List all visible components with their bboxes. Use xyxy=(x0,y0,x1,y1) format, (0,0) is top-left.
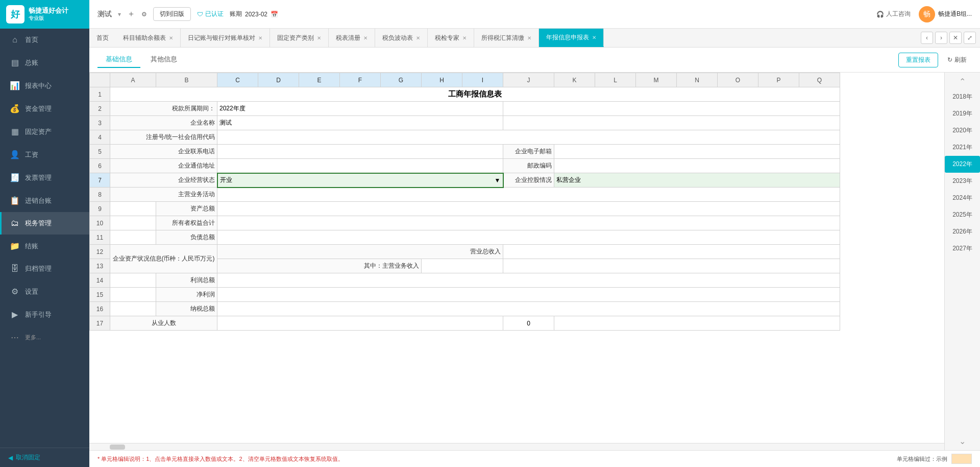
tab-tax-table[interactable]: 税表清册 ✕ xyxy=(329,29,375,47)
col-header-C[interactable]: C xyxy=(217,73,258,87)
sidebar-item-finance[interactable]: 💰 资金管理 xyxy=(0,97,89,120)
calendar-icon[interactable]: 📅 xyxy=(271,11,278,18)
year-item-2022[interactable]: 2022年 xyxy=(945,156,980,173)
tab-tax-fluctuation[interactable]: 税负波动表 ✕ xyxy=(375,29,428,47)
topbar-add-icon[interactable]: ＋ xyxy=(127,9,135,19)
cell-6-C[interactable] xyxy=(217,159,503,173)
tab-tax-expert[interactable]: 税检专家 ✕ xyxy=(428,29,474,47)
year-item-2026[interactable]: 2026年 xyxy=(945,223,980,240)
col-header-F[interactable]: F xyxy=(340,73,381,87)
sidebar-item-reports[interactable]: 📊 报表中心 xyxy=(0,74,89,97)
sidebar-item-salary[interactable]: 👤 工资 xyxy=(0,143,89,166)
col-header-M[interactable]: M xyxy=(636,73,677,87)
sidebar-item-settings[interactable]: ⚙ 设置 xyxy=(0,280,89,303)
year-item-2019[interactable]: 2019年 xyxy=(945,105,980,122)
tab-close-icon[interactable]: ✕ xyxy=(592,35,596,40)
col-header-I[interactable]: I xyxy=(462,73,503,87)
tab-home[interactable]: 首页 xyxy=(89,30,116,46)
sidebar-item-invoice[interactable]: 🧾 发票管理 xyxy=(0,166,89,189)
cell-13-C[interactable]: 其中：主营业务收入 xyxy=(217,259,422,273)
cell-2-C[interactable]: 2022年度 xyxy=(217,102,503,116)
user-menu[interactable]: 畅 畅捷通B组... xyxy=(919,6,972,22)
reset-report-button[interactable]: 重置报表 xyxy=(898,53,938,67)
col-header-O[interactable]: O xyxy=(718,73,758,87)
cell-13-J[interactable] xyxy=(503,259,840,273)
sidebar-item-tax[interactable]: 🗂 税务管理 xyxy=(0,212,89,235)
col-header-A[interactable]: A xyxy=(110,73,156,87)
dropdown-arrow-icon[interactable]: ▼ xyxy=(495,177,501,184)
col-header-E[interactable]: E xyxy=(299,73,340,87)
horizontal-scrollbar[interactable] xyxy=(89,443,944,450)
year-item-2024[interactable]: 2024年 xyxy=(945,190,980,206)
tab-journal[interactable]: 日记账与银行对账单核对 ✕ xyxy=(181,29,270,47)
cell-12-J[interactable] xyxy=(503,245,840,259)
cell-16-C[interactable] xyxy=(217,302,840,316)
cell-8-A[interactable]: 主营业务活动 xyxy=(110,188,217,202)
sidebar-item-home[interactable]: ⌂ 首页 xyxy=(0,29,89,51)
cell-11-C[interactable] xyxy=(217,230,840,245)
tab-auxiliary[interactable]: 科目辅助余额表 ✕ xyxy=(116,29,181,47)
year-item-2021[interactable]: 2021年 xyxy=(945,139,980,156)
cell-17-C[interactable] xyxy=(217,316,503,331)
cell-5-A[interactable]: 企业联系电话 xyxy=(110,145,217,159)
tab-close-icon[interactable]: ✕ xyxy=(258,35,262,41)
tab-close-icon[interactable]: ✕ xyxy=(169,35,173,41)
support-button[interactable]: 🎧 人工咨询 xyxy=(876,10,911,18)
col-header-K[interactable]: K xyxy=(554,73,595,87)
year-panel-down-icon[interactable]: ⌄ xyxy=(959,436,966,446)
year-item-2027[interactable]: 2027年 xyxy=(945,240,980,257)
sidebar-item-assets[interactable]: ▦ 固定资产 xyxy=(0,120,89,143)
cell-17-J[interactable]: 0 xyxy=(503,316,554,331)
col-header-Q[interactable]: Q xyxy=(799,73,840,87)
sidebar-item-purchase[interactable]: 📋 进销台账 xyxy=(0,189,89,212)
col-header-B[interactable]: B xyxy=(156,73,217,87)
tab-next-btn[interactable]: › xyxy=(935,32,947,44)
tab-fixed-assets[interactable]: 固定资产类别 ✕ xyxy=(270,29,329,47)
year-item-2018[interactable]: 2018年 xyxy=(945,88,980,105)
year-item-2023[interactable]: 2023年 xyxy=(945,173,980,190)
sub-tab-other[interactable]: 其他信息 xyxy=(142,52,185,68)
sidebar-item-close[interactable]: 📁 结账 xyxy=(0,235,89,258)
col-header-L[interactable]: L xyxy=(595,73,636,87)
sidebar-item-extra[interactable]: ⋯ 更多... xyxy=(0,326,89,349)
refresh-button[interactable]: ↻ 刷新 xyxy=(942,53,972,67)
col-header-P[interactable]: P xyxy=(758,73,799,87)
col-header-J[interactable]: J xyxy=(503,73,554,87)
tab-close-icon[interactable]: ✕ xyxy=(416,35,420,41)
cell-5-C[interactable] xyxy=(217,145,503,159)
sidebar-item-archive[interactable]: 🗄 归档管理 xyxy=(0,258,89,280)
cell-16-B[interactable]: 纳税总额 xyxy=(156,302,217,316)
col-header-H[interactable]: H xyxy=(422,73,462,87)
tab-income-tax[interactable]: 所得税汇算清缴 ✕ xyxy=(474,29,539,47)
col-header-D[interactable]: D xyxy=(258,73,299,87)
cell-6-J[interactable]: 邮政编码 xyxy=(503,159,554,173)
year-item-2025[interactable]: 2025年 xyxy=(945,206,980,223)
cell-7-K[interactable]: 私营企业 xyxy=(554,173,840,188)
cell-5-K[interactable] xyxy=(554,145,840,159)
cell-13-H[interactable] xyxy=(422,259,503,273)
year-item-2020[interactable]: 2020年 xyxy=(945,122,980,139)
cell-9-C[interactable] xyxy=(217,202,840,216)
tab-expand-btn[interactable]: ⤢ xyxy=(964,32,976,44)
tab-close-icon[interactable]: ✕ xyxy=(462,35,467,41)
cell-7-J[interactable]: 企业控股情况 xyxy=(503,173,554,188)
cell-12-C[interactable]: 营业总收入 xyxy=(217,245,503,259)
cell-17-A[interactable]: 从业人数 xyxy=(110,316,217,331)
tab-close-icon[interactable]: ✕ xyxy=(527,35,531,41)
cell-4-C[interactable] xyxy=(217,130,840,145)
cell-10-C[interactable] xyxy=(217,216,840,230)
cell-9-B[interactable]: 资产总额 xyxy=(156,202,217,216)
year-panel-up-icon[interactable]: ⌃ xyxy=(959,77,966,86)
spreadsheet-scroll[interactable]: A B C D E F G H I J K L xyxy=(89,73,944,443)
sidebar-item-ledger[interactable]: ▤ 总账 xyxy=(0,51,89,74)
sidebar-item-guide[interactable]: ▶ 新手引导 xyxy=(0,303,89,326)
col-header-G[interactable]: G xyxy=(381,73,422,87)
tab-close-icon[interactable]: ✕ xyxy=(317,35,321,41)
cell-8-C[interactable] xyxy=(217,188,840,202)
tab-close-icon[interactable]: ✕ xyxy=(363,35,368,41)
sidebar-unfix-btn[interactable]: ◀ 取消固定 xyxy=(0,448,89,467)
topbar-dropdown-icon[interactable]: ▾ xyxy=(118,11,121,18)
cell-11-B[interactable]: 负债总额 xyxy=(156,230,217,245)
tab-annual-report[interactable]: 年报信息申报表 ✕ xyxy=(539,29,604,47)
cell-4-A[interactable]: 注册号/统一社会信用代码 xyxy=(110,130,217,145)
